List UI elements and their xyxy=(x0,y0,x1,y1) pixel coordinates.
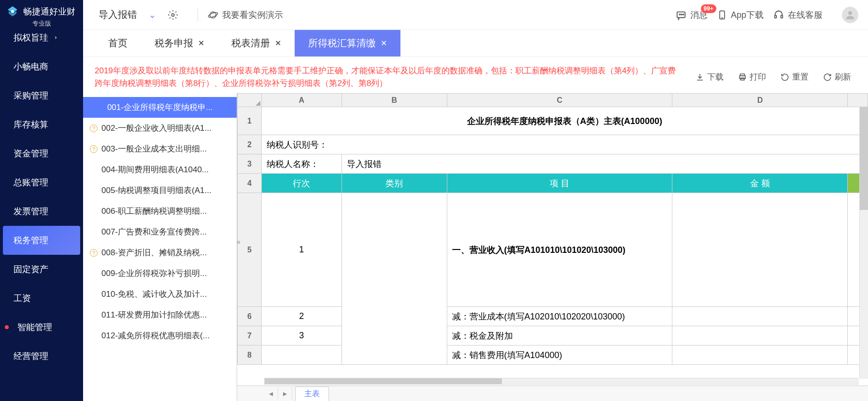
nav-item[interactable]: 税务管理 xyxy=(3,226,80,255)
nav-item[interactable]: 发票管理 xyxy=(0,197,83,226)
form-list-item[interactable]: 001-企业所得税年度纳税申... xyxy=(83,97,237,118)
page-title: 导入报错 xyxy=(99,8,137,21)
form-list-item[interactable]: 004-期间费用明细表(A1040... xyxy=(83,159,237,180)
tabs: 首页税务申报✕税表清册✕所得税汇算清缴✕ xyxy=(83,30,868,57)
print-button[interactable]: 打印 xyxy=(738,71,766,83)
taxpayer-name-value[interactable]: 导入报错 xyxy=(342,154,868,174)
tab-label: 首页 xyxy=(108,37,128,50)
taxpayer-id-label[interactable]: 纳税人识别号： xyxy=(261,135,868,154)
row-header[interactable]: 2 xyxy=(238,135,262,154)
tab[interactable]: 税务申报✕ xyxy=(141,30,218,56)
nav-item-label: 工资 xyxy=(14,292,31,304)
col-header[interactable]: B xyxy=(342,94,447,107)
close-icon[interactable]: ✕ xyxy=(381,39,387,48)
close-icon[interactable]: ✕ xyxy=(198,39,204,48)
col-type[interactable]: 类别 xyxy=(342,174,447,193)
form-list-item[interactable]: 006-职工薪酬纳税调整明细... xyxy=(83,201,237,221)
row-num[interactable] xyxy=(261,346,342,365)
item-cell[interactable]: 减：税金及附加 xyxy=(447,326,672,346)
planet-icon xyxy=(208,10,218,20)
tab-label: 税表清册 xyxy=(231,37,270,50)
item-cell[interactable]: 一、营业收入(填写A101010\101020\103000) xyxy=(447,193,672,307)
row-header[interactable]: 4 xyxy=(238,174,262,193)
nav-item[interactable]: 总账管理 xyxy=(0,168,83,197)
amount-cell[interactable] xyxy=(672,346,848,365)
item-cell[interactable]: 减：营业成本(填写A102010\102020\103000) xyxy=(447,307,672,326)
sheet-nav-prev[interactable]: ▸ xyxy=(278,387,292,400)
row-header[interactable]: 6 xyxy=(238,307,262,326)
svg-point-6 xyxy=(681,14,682,15)
collapse-handle[interactable]: « xyxy=(237,238,241,246)
nav-item-label: 经营管理 xyxy=(14,350,48,362)
form-list-item[interactable]: 009-企业所得税弥补亏损明... xyxy=(83,263,237,284)
avatar[interactable] xyxy=(842,7,858,23)
col-amount[interactable]: 金 额 xyxy=(672,174,848,193)
item-cell[interactable]: 减：销售费用(填写A104000) xyxy=(447,346,672,365)
download-button[interactable]: 下载 xyxy=(696,71,724,83)
horizontal-scrollbar[interactable] xyxy=(264,378,858,385)
nav-item[interactable]: 小畅电商 xyxy=(0,52,83,81)
nav-item[interactable]: 经营管理 xyxy=(0,342,83,371)
row-num[interactable]: 1 xyxy=(261,193,342,307)
logo-icon xyxy=(6,5,19,18)
row-header[interactable]: 7 xyxy=(238,326,262,346)
col-item[interactable]: 项 目 xyxy=(447,174,672,193)
nav-item[interactable]: 资金管理 xyxy=(0,139,83,168)
form-list-item[interactable]: 012-减免所得税优惠明细表(... xyxy=(83,325,237,346)
nav-item-label: 库存核算 xyxy=(14,119,48,130)
type-cell[interactable] xyxy=(342,193,447,365)
nav-item[interactable]: 固定资产 xyxy=(0,255,83,284)
divider xyxy=(198,8,198,22)
notice-row: 2019年度涉及取以前年度结转数据的申报表单元格需要手工维护正确，才能保证本年及… xyxy=(83,57,868,93)
gear-icon[interactable] xyxy=(168,10,178,20)
close-icon[interactable]: ✕ xyxy=(275,39,281,48)
svg-rect-11 xyxy=(781,15,783,17)
grid-container[interactable]: A B C D 1 企业所得税年度纳税申报表（A类）主表(A100000) 2 xyxy=(237,93,868,386)
nav-item-partial[interactable]: 拟权旨珪 ⌄ xyxy=(0,32,83,52)
reset-button[interactable]: 重置 xyxy=(781,71,809,83)
taxpayer-name-label[interactable]: 纳税人名称： xyxy=(261,154,342,174)
col-header[interactable] xyxy=(848,94,868,107)
row-header[interactable]: 3 xyxy=(238,154,262,174)
form-list-item[interactable]: ?008-资产折旧、摊销及纳税... xyxy=(83,242,237,263)
service-button[interactable]: 在线客服 xyxy=(773,9,823,21)
row-header[interactable]: 1 xyxy=(238,107,262,135)
nav-item[interactable]: 采购管理 xyxy=(0,81,83,110)
row-num[interactable]: 3 xyxy=(261,326,342,346)
sheet-title[interactable]: 企业所得税年度纳税申报表（A类）主表(A100000) xyxy=(261,107,868,135)
amount-cell[interactable] xyxy=(672,307,848,326)
message-button[interactable]: 消息 99+ xyxy=(676,9,708,21)
form-list-item[interactable]: 005-纳税调整项目明细表(A1... xyxy=(83,180,237,201)
form-list-item[interactable]: 007-广告费和业务宣传费跨... xyxy=(83,221,237,242)
sheet-nav-first[interactable]: ◂ xyxy=(264,387,278,400)
amount-cell[interactable] xyxy=(672,326,848,346)
col-header[interactable]: D xyxy=(672,94,848,107)
sheet-tab[interactable]: 主表 xyxy=(295,387,329,401)
col-header[interactable]: C xyxy=(447,94,672,107)
form-list-item[interactable]: ?003-一般企业成本支出明细... xyxy=(83,138,237,159)
tab[interactable]: 所得税汇算清缴✕ xyxy=(295,30,400,56)
col-header[interactable]: A xyxy=(261,94,342,107)
tab[interactable]: 首页 xyxy=(95,30,141,56)
main: 导入报错 ⌄ 我要看实例演示 消息 99+ xyxy=(83,0,868,401)
refresh-button[interactable]: 刷新 xyxy=(823,71,851,83)
row-num[interactable]: 2 xyxy=(261,307,342,326)
app-download-button[interactable]: App下载 xyxy=(717,9,764,21)
tab[interactable]: 税表清册✕ xyxy=(218,30,295,56)
grid-corner[interactable] xyxy=(238,94,262,107)
vertical-scrollbar[interactable] xyxy=(859,107,868,379)
amount-cell[interactable] xyxy=(672,193,848,307)
nav-item-label: 税务管理 xyxy=(14,235,48,246)
demo-link[interactable]: 我要看实例演示 xyxy=(208,9,283,21)
nav-item[interactable]: 智能管理 xyxy=(0,313,83,342)
col-row-num[interactable]: 行次 xyxy=(261,174,342,193)
nav-item-label: 总账管理 xyxy=(14,177,48,188)
form-list-item[interactable]: ?002-一般企业收入明细表(A1... xyxy=(83,118,237,138)
nav-item[interactable]: 工资 xyxy=(0,284,83,313)
form-list-item[interactable]: 011-研发费用加计扣除优惠... xyxy=(83,304,237,325)
row-header[interactable]: 8 xyxy=(238,346,262,365)
form-list-item[interactable]: 010-免税、减计收入及加计... xyxy=(83,284,237,304)
row-header[interactable]: 5 xyxy=(238,193,262,307)
nav-item[interactable]: 库存核算 xyxy=(0,110,83,139)
title-dropdown[interactable]: ⌄ xyxy=(144,10,161,20)
